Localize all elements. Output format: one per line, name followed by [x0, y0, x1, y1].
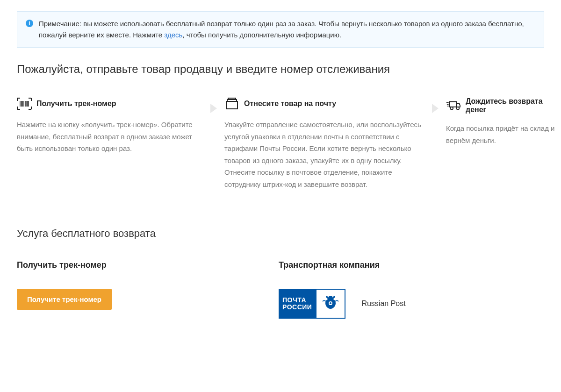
- svg-rect-3: [450, 102, 457, 107]
- notice-banner: i Примечание: вы можете использовать бес…: [17, 11, 544, 48]
- return-right: Транспортная компания ПОЧТА РОССИИ: [279, 260, 544, 319]
- info-icon: i: [26, 20, 33, 27]
- get-track-number-button[interactable]: Получите трек-номер: [17, 289, 112, 310]
- step-3-title: Дождитесь возврата денег: [466, 97, 561, 114]
- svg-point-7: [330, 302, 331, 304]
- return-row: Получить трек-номер Получите трек-номер …: [17, 260, 544, 319]
- svg-point-4: [450, 107, 453, 110]
- svg-rect-2: [228, 98, 236, 100]
- section-title: Услуга бесплатного возврата: [17, 228, 544, 240]
- left-sub-title: Получить трек-номер: [17, 260, 269, 270]
- notice-text: Примечание: вы можете использовать беспл…: [39, 18, 535, 41]
- svg-rect-0: [226, 101, 237, 109]
- step-2-title: Отнесите товар на почту: [244, 100, 336, 108]
- steps-row: Получить трек-номер Нажмите на кнопку «п…: [17, 97, 544, 190]
- box-icon: [224, 97, 239, 110]
- step-3-desc: Когда посылка придёт на склад и вернём д…: [446, 122, 561, 146]
- logo-text: ПОЧТА РОССИИ: [279, 289, 316, 319]
- notice-link[interactable]: здесь: [164, 31, 182, 39]
- carrier-name: Russian Post: [361, 299, 405, 308]
- logo-line1: ПОЧТА: [282, 297, 312, 304]
- step-1-desc: Нажмите на кнопку «получить трек-номер».…: [17, 119, 204, 155]
- step-2: Отнесите товар на почту Упакуйте отправл…: [224, 97, 425, 190]
- barcode-icon: [17, 97, 32, 110]
- page-heading: Пожалуйста, отправьте товар продавцу и в…: [17, 63, 544, 76]
- right-sub-title: Транспортная компания: [279, 260, 544, 270]
- step-2-desc: Упакуйте отправление самостоятельно, или…: [224, 119, 425, 190]
- svg-point-5: [457, 107, 460, 110]
- logo-line2: РОССИИ: [282, 304, 312, 311]
- step-3: Дождитесь возврата денег Когда посылка п…: [446, 97, 561, 146]
- carrier: ПОЧТА РОССИИ R: [279, 289, 544, 319]
- eagle-icon: [316, 289, 345, 319]
- step-1-title: Получить трек-номер: [36, 100, 116, 108]
- notice-text-after: , чтобы получить дополнительную информац…: [182, 31, 341, 39]
- arrow-icon: [208, 102, 221, 115]
- carrier-logo: ПОЧТА РОССИИ: [279, 289, 345, 319]
- truck-icon: [446, 99, 461, 112]
- return-left: Получить трек-номер Получите трек-номер: [17, 260, 269, 319]
- step-1: Получить трек-номер Нажмите на кнопку «п…: [17, 97, 204, 155]
- arrow-icon: [429, 102, 442, 115]
